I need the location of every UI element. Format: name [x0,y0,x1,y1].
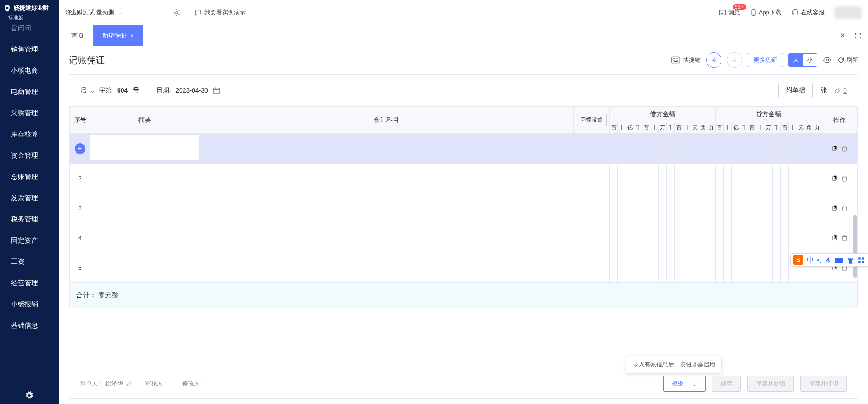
amount-digit-cell[interactable] [756,134,764,164]
amount-digit-cell[interactable] [683,193,691,223]
amount-digit-cell[interactable] [699,253,707,283]
scrollbar-thumb[interactable] [853,215,857,278]
add-row-button[interactable]: + [75,143,85,154]
amount-digit-cell[interactable] [659,193,667,223]
amount-digit-cell[interactable] [707,193,716,223]
amount-digit-cell[interactable] [724,134,732,164]
amount-digit-cell[interactable] [797,223,805,253]
ime-punct-button[interactable]: •, [817,256,821,264]
voucher-number[interactable]: 004 [117,87,128,94]
amount-digit-cell[interactable] [773,223,781,253]
amount-digit-cell[interactable] [667,223,675,253]
amount-digit-cell[interactable] [716,164,724,193]
amount-digit-cell[interactable] [626,164,634,193]
shortcut-button[interactable]: 快捷键 [671,56,701,64]
table-row[interactable]: 3 [70,193,858,223]
amount-digit-cell[interactable] [650,253,659,283]
amount-digit-cell[interactable] [618,223,626,253]
sidebar-item-assets[interactable]: 固定资产 [0,230,59,251]
summary-cell[interactable] [90,193,199,223]
amount-digit-cell[interactable] [724,164,732,193]
amount-digit-cell[interactable] [699,223,707,253]
amount-digit-cell[interactable] [642,223,650,253]
amount-digit-cell[interactable] [634,253,642,283]
amount-digit-cell[interactable] [683,223,691,253]
amount-digit-cell[interactable] [659,253,667,283]
amount-digit-cell[interactable] [813,134,821,164]
amount-digit-cell[interactable] [691,134,699,164]
sidebar-item-purchase[interactable]: 采购管理 [0,103,59,124]
amount-digit-cell[interactable] [675,164,683,193]
ime-toolbox-button[interactable] [858,256,865,264]
ime-toolbar[interactable]: S 中 •, [790,253,868,267]
amount-digit-cell[interactable] [683,164,691,193]
delete-row-icon[interactable] [841,145,848,152]
amount-digit-cell[interactable] [805,223,813,253]
amount-digit-cell[interactable] [650,164,659,193]
sidebar-item-tax[interactable]: 税务管理 [0,209,59,230]
sidebar-item-funds[interactable]: 资金管理 [0,145,59,166]
amount-digit-cell[interactable] [724,223,732,253]
amount-digit-cell[interactable] [781,134,789,164]
amount-digit-cell[interactable] [773,193,781,223]
amount-digit-cell[interactable] [610,134,618,164]
summary-cell[interactable] [90,134,199,164]
amount-digit-cell[interactable] [797,193,805,223]
amount-digit-cell[interactable] [707,134,716,164]
fullscreen-button[interactable] [854,32,862,39]
next-voucher-button[interactable] [727,52,742,68]
amount-digit-cell[interactable] [675,253,683,283]
ime-voice-button[interactable] [825,256,831,264]
sidebar-item-basic[interactable]: 基础信息 [0,315,59,336]
attach-button[interactable]: 附单据 [778,83,813,98]
account-cell[interactable] [199,253,610,283]
amount-digit-cell[interactable] [610,253,618,283]
amount-digit-cell[interactable] [756,193,764,223]
amount-digit-cell[interactable] [626,134,634,164]
amount-digit-cell[interactable] [626,223,634,253]
amount-digit-cell[interactable] [691,253,699,283]
amount-digit-cell[interactable] [805,193,813,223]
amount-digit-cell[interactable] [691,164,699,193]
amount-digit-cell[interactable] [732,134,740,164]
amount-digit-cell[interactable] [667,193,675,223]
table-row[interactable]: + [70,134,858,164]
amount-digit-cell[interactable] [813,223,821,253]
amount-digit-cell[interactable] [756,223,764,253]
amount-digit-cell[interactable] [618,134,626,164]
amount-digit-cell[interactable] [732,193,740,223]
chevron-down-icon[interactable]: ⌄ [90,87,95,94]
amount-digit-cell[interactable] [683,253,691,283]
amount-digit-cell[interactable] [773,164,781,193]
account-cell[interactable] [199,193,610,223]
account-cell[interactable] [199,134,610,164]
amount-digit-cell[interactable] [789,223,797,253]
amount-digit-cell[interactable] [748,134,756,164]
delete-row-icon[interactable] [841,175,848,182]
delete-row-icon[interactable] [841,235,848,242]
org-selector[interactable]: 好业财测试-量勿删 ⌄ [65,9,169,17]
messages-button[interactable]: 消息 99 + [718,9,740,17]
sidebar-item-ledger[interactable]: 总账管理 [0,166,59,188]
amount-digit-cell[interactable] [724,193,732,223]
sidebar-item-inventory[interactable]: 库存核算 [0,124,59,145]
sidebar-item-sales[interactable]: 销售管理 [0,39,59,60]
calendar-button[interactable] [213,86,221,94]
amount-digit-cell[interactable] [707,223,716,253]
table-row[interactable]: 5 [70,253,858,283]
amount-digit-cell[interactable] [634,134,642,164]
amount-digit-cell[interactable] [756,164,764,193]
amount-digit-cell[interactable] [642,193,650,223]
amount-digit-cell[interactable] [691,223,699,253]
amount-digit-cell[interactable] [626,193,634,223]
amount-digit-cell[interactable] [707,164,716,193]
account-cell[interactable] [199,223,610,253]
amount-digit-cell[interactable] [634,193,642,223]
summary-cell[interactable] [90,223,199,253]
amount-digit-cell[interactable] [716,223,724,253]
voucher-type[interactable]: 记 [80,86,86,94]
account-cell[interactable] [199,164,610,193]
amount-digit-cell[interactable] [764,164,773,193]
amount-digit-cell[interactable] [667,164,675,193]
amount-digit-cell[interactable] [813,164,821,193]
